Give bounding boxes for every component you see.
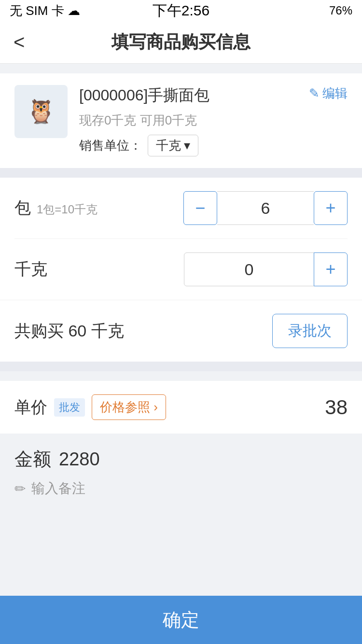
product-info: [0000006]手撕面包 现存0千克 可用0千克 销售单位： 千克 xyxy=(79,85,348,156)
chevron-down-icon xyxy=(184,138,190,153)
kg-qty-row: 千克 + xyxy=(14,239,348,300)
unit-label: 销售单位： xyxy=(79,137,142,154)
quantity-section: 包 1包=10千克 − + 千克 + xyxy=(0,178,362,300)
product-logo-icon: 🦉 xyxy=(27,98,56,125)
kg-increment-button[interactable]: + xyxy=(314,252,348,286)
price-tag-pifa: 批发 xyxy=(54,398,85,417)
price-label: 单价 xyxy=(14,396,47,419)
amount-row: 金额 2280 xyxy=(14,447,348,472)
status-time: 下午2:56 xyxy=(153,1,209,21)
amount-section: 金额 2280 ✏ 输入备注 xyxy=(0,434,362,507)
product-name: [0000006]手撕面包 xyxy=(79,85,348,106)
back-button[interactable]: < xyxy=(14,31,25,53)
product-stock: 现存0千克 可用0千克 xyxy=(79,112,348,129)
page-title: 填写商品购买信息 xyxy=(111,30,251,54)
bao-qty-row: 包 1包=10千克 − + xyxy=(14,178,348,239)
status-right: 76% xyxy=(329,4,352,17)
unit-value: 千克 xyxy=(156,137,181,154)
edit-label: 编辑 xyxy=(322,85,348,102)
price-label-group: 单价 批发 价格参照 › xyxy=(14,394,166,420)
amount-label: 金额 xyxy=(14,447,51,472)
total-section: 共购买 60 千克 录批次 xyxy=(0,300,362,362)
price-ref-button[interactable]: 价格参照 › xyxy=(92,394,166,420)
product-unit-row: 销售单位： 千克 xyxy=(79,135,348,156)
total-label: 共购买 60 千克 xyxy=(14,320,124,342)
pencil-icon: ✏ xyxy=(14,481,26,497)
amount-value: 2280 xyxy=(59,449,100,470)
price-section: 单价 批发 价格参照 › 38 xyxy=(0,381,362,434)
bao-qty-controls: − + xyxy=(183,191,348,225)
status-bar: 无 SIM 卡 ☁ 下午2:56 76% xyxy=(0,0,362,21)
batch-button[interactable]: 录批次 xyxy=(272,314,348,348)
divider-2 xyxy=(0,362,362,371)
edit-icon: ✎ xyxy=(309,86,320,101)
kg-label: 千克 xyxy=(14,258,47,280)
edit-button[interactable]: ✎ 编辑 xyxy=(309,85,348,102)
divider-1 xyxy=(0,168,362,178)
product-thumbnail: 🦉 xyxy=(14,85,68,138)
status-left: 无 SIM 卡 ☁ xyxy=(10,2,80,19)
kg-qty-controls: + xyxy=(184,252,348,286)
bao-label: 包 xyxy=(14,197,31,219)
kg-label-group: 千克 xyxy=(14,258,47,280)
price-value: 38 xyxy=(325,396,348,419)
unit-select[interactable]: 千克 xyxy=(148,135,198,156)
remark-placeholder: 输入备注 xyxy=(31,479,85,498)
nav-bar: < 填写商品购买信息 xyxy=(0,21,362,64)
bao-increment-button[interactable]: + xyxy=(314,191,348,225)
kg-qty-input[interactable] xyxy=(184,252,314,286)
bao-decrement-button[interactable]: − xyxy=(183,191,217,225)
bao-label-group: 包 1包=10千克 xyxy=(14,197,97,219)
remark-row[interactable]: ✏ 输入备注 xyxy=(14,479,348,498)
bao-hint: 1包=10千克 xyxy=(37,202,97,217)
battery-icon: 76% xyxy=(329,4,352,17)
confirm-button[interactable]: 确定 xyxy=(163,608,199,632)
product-card: 🦉 [0000006]手撕面包 现存0千克 可用0千克 销售单位： 千克 ✎ 编… xyxy=(0,73,362,168)
confirm-bar[interactable]: 确定 xyxy=(0,596,362,644)
bao-qty-input[interactable] xyxy=(217,191,314,225)
